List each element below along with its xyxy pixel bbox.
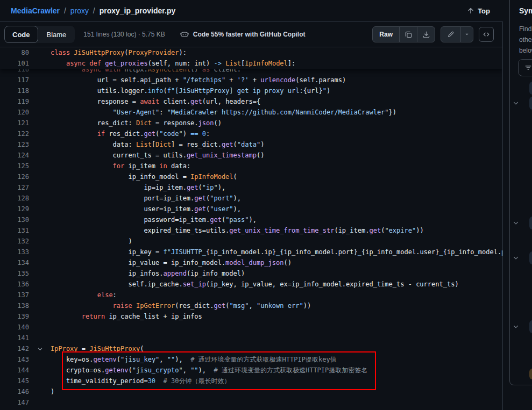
file-toolbar: Code Blame 151 lines (130 loc) · 5.75 KB… [0,22,502,47]
line-number[interactable]: 134 [0,257,29,268]
line-number[interactable]: 141 [0,333,29,343]
chevron-down-icon[interactable] [513,100,519,106]
fold-toggle [29,47,51,58]
code-text: key=os.getenv("jisu_key", ""), # 通过环境变量的… [51,354,502,365]
breadcrumb-filename: proxy_ip_provider.py [100,6,176,15]
line-number[interactable]: 118 [0,85,29,96]
fold-toggle [29,386,51,397]
line-number[interactable]: 130 [0,214,29,225]
line-number[interactable]: 124 [0,150,29,161]
triangle-down-icon [464,32,470,37]
line-number[interactable]: 136 [0,279,29,290]
code-text: return ip_cache_list + ip_infos [51,311,502,322]
code-text: if res_dict.get("code") == 0: [51,128,502,139]
code-text: IpProxy = JiSuHttpProxy( [51,343,502,354]
code-line: 128 port=ip_item.get("port"), [0,193,502,204]
code-line: 131 expired_time_ts=utils.get_unix_time_… [0,225,502,236]
back-to-top-button[interactable]: Top [467,7,490,15]
raw-copy-download-group: Raw [372,26,435,42]
symbols-filter-button[interactable] [518,59,532,76]
line-number[interactable]: 137 [0,290,29,300]
code-blame-switcher: Code Blame [4,26,75,43]
raw-button[interactable]: Raw [373,27,400,42]
line-number[interactable]: 126 [0,171,29,182]
copilot-banner[interactable]: Code 55% faster with GitHub Copilot [180,30,306,39]
code-text: response = await client.get(url, headers… [51,96,502,107]
line-number[interactable]: 101 [0,58,29,69]
line-number[interactable]: 128 [0,193,29,204]
symbol-item[interactable] [529,217,532,229]
symbols-panel-description: Find definitions and references for func… [519,24,532,56]
line-number[interactable]: 133 [0,247,29,257]
code-text: else: [51,290,502,300]
sticky-line: 80class JiSuHttpProxy(ProxyProvider): [0,47,502,58]
symbols-desc-line: other symbols in this file by clicking a… [519,34,532,45]
line-number[interactable]: 144 [0,365,29,376]
tab-blame[interactable]: Blame [38,31,75,39]
code-text: utils.logger.info(f"[JiSuHttpProxy] get … [51,85,502,96]
code-brackets-icon [483,31,490,38]
fold-toggle [29,365,51,376]
line-number[interactable]: 120 [0,107,29,118]
breadcrumb-folder-link[interactable]: proxy [70,6,89,15]
line-number[interactable]: 147 [0,397,29,408]
line-number[interactable]: 139 [0,311,29,322]
code-line: 138 raise IpGetError(res_dict.get("msg",… [0,300,502,311]
line-number[interactable]: 129 [0,204,29,214]
breadcrumb-repo-link[interactable]: MediaCrawler [11,6,60,15]
copy-raw-content-button[interactable] [400,27,417,42]
code-text: port=ip_item.get("port"), [51,193,502,204]
code-line: 145 time_validity_period=30 # 30分钟（最长时效） [0,376,502,386]
edit-file-button[interactable] [441,27,461,42]
line-number[interactable]: 143 [0,354,29,365]
symbol-item[interactable] [529,320,532,333]
line-number[interactable]: 123 [0,139,29,150]
code-text: url = self.api_path + "/fetchips" + '?' … [51,75,502,85]
line-number[interactable]: 125 [0,161,29,171]
line-number[interactable]: 132 [0,236,29,247]
line-number[interactable]: 135 [0,268,29,279]
code-line: 144 crypto=os.getenv("jisu_crypto", ""),… [0,365,502,376]
line-number[interactable]: 127 [0,182,29,193]
edit-dropdown-button[interactable] [461,27,473,42]
fold-toggle [29,397,51,408]
symbol-item-highlighted[interactable] [529,369,532,379]
chevron-down-icon[interactable] [513,323,519,330]
chevron-down-icon[interactable] [513,255,519,261]
code-text: async def get_proxies(self, num: int) ->… [51,58,502,69]
code-line: 137 else: [0,290,502,300]
symbol-item[interactable] [529,82,532,95]
chevron-down-icon[interactable] [513,220,519,226]
line-number[interactable]: 145 [0,376,29,386]
line-number[interactable]: 138 [0,300,29,311]
download-button[interactable] [417,27,435,42]
code-text [51,333,502,343]
file-view-card: Code Blame 151 lines (130 loc) · 5.75 KB… [0,22,503,410]
code-lines: 116 async with httpx.AsyncClient() as cl… [0,64,502,408]
fold-toggle [29,204,51,214]
line-number[interactable]: 119 [0,96,29,107]
symbol-item[interactable] [529,97,532,110]
line-number[interactable]: 142 [0,343,29,354]
line-number[interactable]: 131 [0,225,29,236]
download-icon [422,31,430,39]
line-number[interactable]: 146 [0,386,29,397]
symbols-panel-toggle-button[interactable] [479,27,494,42]
code-line: 125 for ip_item in data: [0,161,502,171]
fold-chevron-down-icon[interactable] [37,346,43,352]
code-text: raise IpGetError(res_dict.get("msg", "un… [51,300,502,311]
tab-code[interactable]: Code [4,26,38,43]
code-line: 147 [0,397,502,408]
code-viewer: 116 async with httpx.AsyncClient() as cl… [0,47,502,410]
line-number[interactable]: 80 [0,47,29,58]
line-number[interactable]: 140 [0,322,29,333]
code-text: ip=ip_item.get("ip"), [51,182,502,193]
line-number[interactable]: 117 [0,75,29,85]
symbol-item[interactable] [529,251,532,264]
code-text: user=ip_item.get("user"), [51,204,502,214]
fold-toggle[interactable] [29,343,51,354]
line-number[interactable]: 122 [0,128,29,139]
copilot-banner-text: Code 55% faster with GitHub Copilot [193,31,306,38]
arrow-up-icon [467,7,474,15]
line-number[interactable]: 121 [0,118,29,128]
